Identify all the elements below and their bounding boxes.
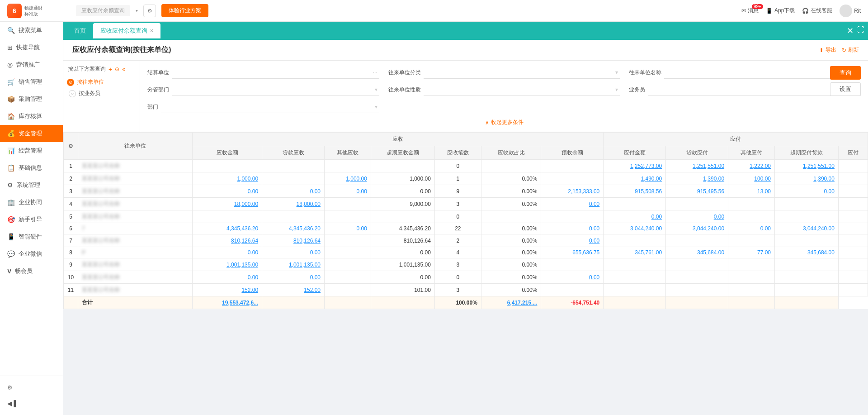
sidebar-item-hardware[interactable]: 📱 智能硬件 [0,228,63,245]
sidebar-item-vip[interactable]: V 畅会员 [0,262,63,280]
sidebar-item-label: 销售管理 [19,78,42,86]
warehouse-icon: 🏠 [7,113,15,120]
wanglai-nature-input[interactable]: ▾ [424,83,620,96]
sidebar-item-label: 经营管理 [19,147,42,155]
wanglai-nature-label: 往来单位性质 [388,86,421,94]
sidebar-item-basic[interactable]: 📋 基础信息 [0,159,63,176]
filter-dept: 部门 ▾ [147,100,379,113]
action-buttons: 查询 设置 [830,66,861,96]
dept-input[interactable]: ▾ [161,100,379,113]
add-scheme-button[interactable]: + [108,66,112,73]
search-icon: 🔍 [7,27,15,34]
sidebar-item-guide[interactable]: 🎯 新手引导 [0,211,63,228]
sidebar-collapse-button[interactable]: ◀▐ [0,396,63,411]
sidebar-item-operations[interactable]: 📊 经营管理 [0,142,63,159]
expand-schemes-icon[interactable]: « [122,66,125,72]
settings-button[interactable]: 设置 [830,82,861,96]
sidebar-item-inventory[interactable]: 🏠 库存核算 [0,108,63,125]
sidebar-item-label: 营销推广 [16,61,40,69]
total-empty [64,296,78,309]
sidebar-item-label: 采购管理 [19,95,42,103]
sidebar-item-quick-nav[interactable]: ⊞ 快捷导航 [0,39,63,56]
sidebar: 🔍 搜索菜单 ⊞ 快捷导航 ◎ 营销推广 🛒 销售管理 📦 采购管理 🏠 库存核… [0,22,63,415]
total-ar[interactable]: 19,553,472,6... [193,296,262,309]
wanglai-name-cell: P [78,247,193,258]
col-ar-ratio: 应收款占比 [481,146,541,160]
maximize-icon[interactable]: ⛶ [857,26,864,36]
sidebar-item-enterprise[interactable]: 🏢 企业协同 [0,194,63,211]
total-ap: -654,751.40 [541,296,604,309]
refresh-button[interactable]: ↻ 刷新 [842,46,859,54]
solution-button[interactable]: 体验行业方案 [161,4,208,17]
sidebar-item-label: 基础信息 [19,164,42,172]
table-row: 5某某某公司名称00.000.00 [64,210,868,223]
col-overdue-ap: 超期应付货款 [775,146,839,160]
table-row: 7某某某公司名称810,126.64810,126.64810,126.6420… [64,234,868,247]
service-button[interactable]: 🎧 在线客服 [802,7,832,14]
collapse-label: 收起更多条件 [491,119,524,126]
col-wanglai-header: 往来单位 [78,133,193,160]
scheme-item-by-salesman[interactable]: ○ 按业务员 [63,88,140,99]
wanglai-cat-label: 往来单位分类 [388,69,421,76]
filter-wanglai-nature: 往来单位性质 ▾ [388,83,620,96]
col-ap-suffix: 应付 [838,146,868,160]
total-pre[interactable]: 6,417,215.... [481,296,541,309]
filter-wanglai-cat: 往来单位分类 ▾ [388,66,620,79]
col-ap-amount: 应付金额 [604,146,666,160]
guide-icon: 🎯 [7,216,15,223]
sidebar-item-finance[interactable]: 💰 资金管理 [0,125,63,142]
data-table: ⚙ 往来单位 应收 应付 应收金额 贷款应收 其他应收 超期应收金额 应收笔数 … [63,132,868,309]
sidebar-item-label: 搜索菜单 [19,26,42,34]
sidebar-item-system[interactable]: ⚙ 系统管理 [0,176,63,194]
collapse-button[interactable]: ∧ 收起更多条件 [485,119,524,126]
sidebar-item-purchase[interactable]: 📦 采购管理 [0,91,63,108]
target-icon[interactable]: ⊙ [115,66,119,72]
dots-icon: ··· [373,69,377,76]
close-window-icon[interactable]: ✕ [847,26,854,36]
sidebar-item-label: 畅会员 [15,267,33,275]
export-button[interactable]: ⬆ 导出 [819,46,836,54]
chevron-down4-icon: ▾ [375,104,377,110]
page-content: 应收应付余额查询(按往来单位) ⬆ 导出 ↻ 刷新 按以下方案查询 + ⊙ [63,40,868,309]
sidebar-item-search-menu[interactable]: 🔍 搜索菜单 [0,22,63,39]
user-menu[interactable]: Rit [840,5,861,17]
salesman-input[interactable]: ··· [648,83,861,96]
tab-close-icon[interactable]: × [150,28,153,34]
marketing-icon: ◎ [7,61,13,68]
messages-badge: 99+ [752,4,763,9]
sidebar-item-marketing[interactable]: ◎ 营销推广 [0,56,63,73]
wanglai-name-label: 往来单位名称 [629,69,661,76]
scheme-label-text2: 按业务员 [79,90,100,97]
tab-ar-ap-query[interactable]: 应收应付余额查询 × [93,23,160,38]
filter-fenguan: 分管部门 ▾ [147,83,379,96]
sidebar-item-wechat[interactable]: 💬 企业微信 [0,245,63,262]
app-download-button[interactable]: 📱 App下载 [766,7,795,14]
logo-area: 6 畅捷通财 标准版 [7,4,71,18]
sidebar-item-sales[interactable]: 🛒 销售管理 [0,73,63,91]
tab-home[interactable]: 首页 [67,23,93,38]
filter-grid-area: 结算单位 ··· 往来单位分类 ▾ 往来单位名称 [140,61,868,132]
jiesuan-input[interactable]: ··· [172,66,379,79]
chevron-down-icon: ▾ [615,69,618,76]
messages-button[interactable]: ✉ 消息 99+ [741,7,759,14]
message-icon: ✉ [741,8,746,14]
header-gear-button[interactable]: ⚙ [143,5,156,17]
query-button[interactable]: 查询 [830,66,861,80]
col-pre-received: 预收余额 [541,146,604,160]
list-icon: 📋 [7,164,15,172]
scheme-inactive-icon: ○ [69,90,76,97]
wanglai-name-cell: 某某某公司名称 [78,210,193,223]
table-settings-col[interactable]: ⚙ [64,133,78,160]
table-row: 674,345,436.204,345,436.200.004,345,436.… [64,223,868,234]
sidebar-bottom: ⚙ ◀▐ [0,376,63,415]
scheme-item-by-unit[interactable]: ⊙ 按往来单位 [63,76,140,88]
phone-icon: 📱 [766,8,773,14]
fenguan-input[interactable]: ▾ [172,83,379,96]
chart-icon: 📊 [7,147,15,154]
tab-label: 应收应付余额查询 [100,27,147,35]
col-ar-group-header: 应收 [193,133,604,146]
sidebar-settings-button[interactable]: ⚙ [0,380,63,396]
wanglai-cat-input[interactable]: ▾ [424,66,620,79]
wanglai-name-cell: 某某某公司名称 [78,234,193,247]
breadcrumb-chevron-icon[interactable]: ▾ [136,8,138,13]
